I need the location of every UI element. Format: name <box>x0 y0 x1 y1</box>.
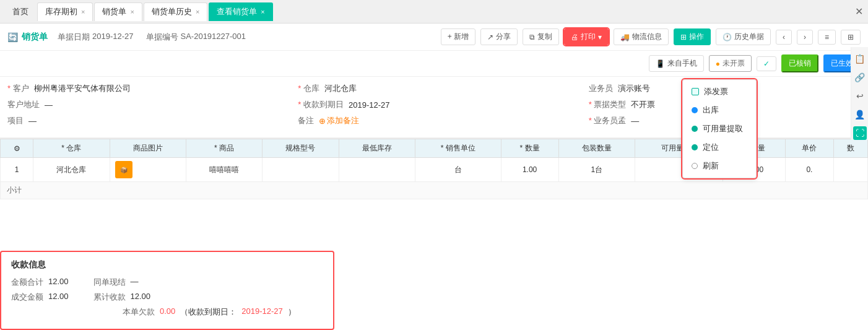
payment-date-field: 收款到期日 2019-12-27 <box>298 99 570 110</box>
staff-value: 演示账号 <box>618 83 650 94</box>
sidebar-icon-1[interactable]: 📋 <box>853 52 867 66</box>
same-order-item: 同单现结 — <box>93 277 139 288</box>
tab-sales-history[interactable]: 销货单历史 × <box>144 2 207 21</box>
doc-header: 🔄 销货单 单据日期 2019-12-27 单据编号 SA-20191227-0… <box>0 24 868 51</box>
confirm-icon-button[interactable]: ✓ <box>757 56 776 71</box>
print-dropdown-icon: ▾ <box>598 33 602 41</box>
sidebar-icon-3[interactable]: ↩ <box>853 89 867 103</box>
add-remark-icon: ⊕ <box>319 116 326 126</box>
add-remark-button[interactable]: ⊕ 添加备注 <box>319 115 359 126</box>
nav-prev-button[interactable]: ‹ <box>776 30 792 45</box>
tab-view-sales-close[interactable]: × <box>261 8 264 15</box>
view-list-button[interactable]: ≡ <box>818 30 836 45</box>
new-button[interactable]: + 新增 <box>441 28 475 45</box>
right-sidebar: 📋 🔗 ↩ 👤 ⛶ <box>851 47 868 140</box>
deal-amount-value: 12.00 <box>48 292 69 303</box>
sidebar-icon-5[interactable]: ⛶ <box>853 126 867 140</box>
address-field: 客户地址 — <box>7 99 279 110</box>
tab-inventory[interactable]: 库存期初 × <box>37 2 93 21</box>
tab-sales-label: 销货单 <box>102 6 126 17</box>
not-open-label: 未开票 <box>723 58 745 69</box>
mobile-icon: 📱 <box>656 59 665 68</box>
doc-actions: + 新增 ↗ 分享 ⧉ 复制 🖨 打印 ▾ 🚚 物流信息 ⊞ 操作 <box>441 28 861 45</box>
address-label: 客户地址 <box>7 99 40 110</box>
dropdown-available-qty[interactable]: 可用量提取 <box>683 119 756 138</box>
col-amount: 数 <box>833 139 867 158</box>
invoice-label: 票据类型 <box>589 99 627 110</box>
amount-total-label: 金额合计 <box>11 277 43 288</box>
project-field: 项目 — <box>7 115 279 126</box>
col-product: * 商品 <box>186 139 262 158</box>
tab-sales-close[interactable]: × <box>130 8 134 15</box>
nav-next-button[interactable]: › <box>797 30 813 45</box>
print-label: 打印 <box>581 32 596 42</box>
sidebar-icon-2[interactable]: 🔗 <box>853 71 867 84</box>
view-grid-button[interactable]: ⊞ <box>841 30 861 45</box>
product-image: 📦 <box>115 161 132 178</box>
row-price: 0. <box>786 158 834 182</box>
outbound-label: 出库 <box>703 105 719 116</box>
amount-total-item: 金额合计 12.00 <box>11 277 69 288</box>
col-warehouse: * 仓库 <box>33 139 110 158</box>
balance-note: （收款到期日： <box>180 306 237 318</box>
not-open-button[interactable]: ● 未开票 <box>709 55 752 72</box>
copy-icon: ⧉ <box>529 33 535 41</box>
logistics-button[interactable]: 🚚 物流信息 <box>614 28 669 45</box>
checked-button[interactable]: 已核销 <box>781 54 818 72</box>
print-button[interactable]: 🖨 打印 ▾ <box>564 28 609 45</box>
payment-row-2: 成交金额 12.00 累计收款 12.00 <box>11 292 323 303</box>
row-warehouse: 河北仓库 <box>33 158 110 182</box>
warehouse-label: 仓库 <box>298 83 319 94</box>
locate-label: 定位 <box>703 142 719 153</box>
tab-bar: 首页 库存期初 × 销货单 × 销货单历史 × 查看销货单 × ✕ <box>0 0 868 24</box>
tab-inventory-close[interactable]: × <box>81 8 85 15</box>
dropdown-outbound[interactable]: 出库 <box>683 101 756 119</box>
tab-inventory-label: 库存期初 <box>45 6 77 17</box>
dropdown-refresh[interactable]: 刷新 <box>683 157 756 175</box>
same-order-value: — <box>131 277 139 288</box>
tab-view-sales-label: 查看销货单 <box>217 6 257 17</box>
customer-value: 柳州粤港平安气体有限公司 <box>34 83 131 94</box>
tab-sales-history-close[interactable]: × <box>196 8 199 15</box>
history-label: 历史单据 <box>734 32 764 42</box>
doc-type-label: 销货单 <box>22 32 48 43</box>
warehouse-field: 仓库 河北仓库 <box>298 83 570 94</box>
payment-date-value: 2019-12-27 <box>349 100 390 110</box>
col-settings[interactable]: ⚙ <box>1 139 33 158</box>
copy-button[interactable]: ⧉ 复制 <box>523 28 559 45</box>
deal-amount-label: 成交金额 <box>11 292 43 303</box>
operate-label: 操作 <box>689 32 704 42</box>
available-qty-icon <box>692 126 698 132</box>
col-spec: 规格型号 <box>263 139 339 158</box>
operate-button[interactable]: ⊞ 操作 <box>674 28 711 45</box>
logistics-icon: 🚚 <box>620 33 630 41</box>
row-product-img: 📦 <box>110 158 186 182</box>
biz-staff-value: — <box>631 116 639 126</box>
available-qty-label: 可用量提取 <box>703 123 743 134</box>
payment-date-label: 收款到期日 <box>298 99 344 110</box>
share-button[interactable]: ↗ 分享 <box>480 28 518 45</box>
doc-number-value: SA-20191227-001 <box>181 32 246 43</box>
sidebar-icon-4[interactable]: 👤 <box>853 108 867 121</box>
from-mobile-button[interactable]: 📱 来自手机 <box>649 55 704 72</box>
confirm-icon: ✓ <box>763 59 770 68</box>
copy-label: 复制 <box>537 32 552 42</box>
refresh-label: 刷新 <box>703 160 719 172</box>
tab-home[interactable]: 首页 <box>5 2 36 21</box>
col-price: 单价 <box>786 139 834 158</box>
payment-row-3: 本单欠款 0.00 （收款到期日： 2019-12-27 ） <box>11 306 323 318</box>
dropdown-locate[interactable]: 定位 <box>683 138 756 157</box>
balance-label: 本单欠款 <box>123 306 155 318</box>
history-button[interactable]: 🕐 历史单据 <box>716 28 771 45</box>
cumulative-item: 累计收款 12.00 <box>93 292 151 303</box>
doc-type-title: 🔄 销货单 <box>7 32 48 43</box>
tab-sales[interactable]: 销货单 × <box>94 2 142 21</box>
window-close-button[interactable]: ✕ <box>855 6 863 17</box>
dropdown-add-invoice[interactable]: 添发票 <box>683 82 756 101</box>
refresh-icon <box>692 163 698 169</box>
staff-label: 业务员 <box>589 83 613 94</box>
tab-view-sales[interactable]: 查看销货单 × <box>209 2 272 21</box>
locate-icon <box>692 144 698 150</box>
subtotal-label: 小计 <box>7 186 22 194</box>
row-amount <box>833 158 867 182</box>
